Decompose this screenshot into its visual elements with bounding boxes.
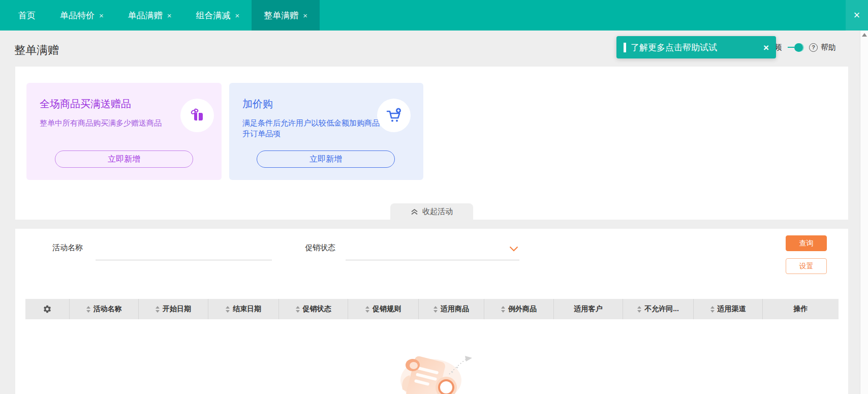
tab-首页[interactable]: 首页 <box>6 0 48 31</box>
sort-arrows-icon[interactable] <box>637 306 641 313</box>
table-header-row: 活动名称开始日期结束日期促销状态促销规则适用商品例外商品适用客户不允许同...适… <box>25 299 839 319</box>
tab-label: 整单满赠 <box>264 10 298 21</box>
tab-label: 单品特价 <box>60 10 95 21</box>
sort-arrows-icon[interactable] <box>365 306 369 313</box>
top-tab-bar: 首页单品特价×单品满赠×组合满减×整单满赠× × <box>0 0 868 31</box>
promo-status-select[interactable] <box>346 241 519 260</box>
tab-单品满赠[interactable]: 单品满赠× <box>116 0 184 31</box>
tab-label: 单品满赠 <box>128 10 163 21</box>
column-label: 适用渠道 <box>718 305 746 314</box>
promo-status-label: 促销状态 <box>305 243 335 253</box>
column-header-结束日期[interactable]: 结束日期 <box>208 299 279 319</box>
tab-close-icon[interactable]: × <box>167 12 172 19</box>
video-toggle-icon[interactable] <box>788 43 803 52</box>
tip-banner: 了解更多点击帮助试试 × <box>616 36 776 58</box>
collapse-activities-tab[interactable]: 收起活动 <box>390 203 473 220</box>
promo-card-desc: 满足条件后允许用户以较低金额加购商品，提升订单品项 <box>242 117 395 139</box>
double-chevron-up-icon <box>411 208 418 215</box>
column-header-settings[interactable] <box>25 299 70 319</box>
sort-arrows-icon[interactable] <box>433 306 438 313</box>
sort-arrows-icon[interactable] <box>86 306 90 313</box>
column-header-例外商品[interactable]: 例外商品 <box>484 299 554 319</box>
tab-close-icon[interactable]: × <box>99 12 104 19</box>
activity-name-input[interactable] <box>96 241 272 260</box>
column-label: 操作 <box>794 305 808 314</box>
column-label: 结束日期 <box>233 305 261 314</box>
gift-icon <box>180 99 214 132</box>
column-header-活动名称[interactable]: 活动名称 <box>70 299 139 319</box>
column-label: 适用商品 <box>441 305 469 314</box>
query-button[interactable]: 查询 <box>786 235 827 251</box>
column-header-适用客户: 适用客户 <box>554 299 623 319</box>
column-label: 例外商品 <box>508 305 537 314</box>
activity-name-label: 活动名称 <box>52 243 83 253</box>
help-label: 帮助 <box>821 43 836 52</box>
scrollbar[interactable] <box>860 31 868 394</box>
promo-panel: 全场商品买满送赠品 整单中所有商品购买满多少赠送商品 立即新增 加价购 满足条件… <box>15 67 848 220</box>
question-mark-icon: ? <box>809 43 818 52</box>
sort-arrows-icon[interactable] <box>710 306 715 313</box>
help-link[interactable]: ? 帮助 <box>809 43 836 52</box>
app-window: 首页单品特价×单品满赠×组合满减×整单满赠× × 整单满赠 视频 ? 帮助 了解… <box>0 0 868 394</box>
empty-state-illustration <box>387 349 477 394</box>
promo-card-title: 加价购 <box>242 97 273 111</box>
sort-arrows-icon[interactable] <box>501 306 505 313</box>
add-add-on-purchase-button[interactable]: 立即新增 <box>257 150 395 168</box>
help-row: 视频 ? 帮助 <box>766 36 836 58</box>
column-header-适用渠道[interactable]: 适用渠道 <box>694 299 763 319</box>
column-header-促销状态[interactable]: 促销状态 <box>279 299 348 319</box>
page-title: 整单满赠 <box>14 43 59 58</box>
tip-accent-bar <box>624 43 626 52</box>
column-label: 促销规则 <box>373 305 401 314</box>
column-label: 开始日期 <box>163 305 191 314</box>
settings-button[interactable]: 设置 <box>786 258 827 274</box>
sort-arrows-icon[interactable] <box>226 306 230 313</box>
column-label: 适用客户 <box>574 305 603 314</box>
promo-card-desc: 整单中所有商品购买满多少赠送商品 <box>40 117 173 128</box>
column-label: 活动名称 <box>94 305 122 314</box>
tab-close-icon[interactable]: × <box>303 12 307 19</box>
promo-card-full-order-gift: 全场商品买满送赠品 整单中所有商品购买满多少赠送商品 立即新增 <box>26 83 222 180</box>
promo-card-add-on-purchase: 加价购 满足条件后允许用户以较低金额加购商品，提升订单品项 立即新增 <box>229 83 423 180</box>
column-header-适用商品[interactable]: 适用商品 <box>419 299 484 319</box>
tab-close-icon[interactable]: × <box>235 12 240 19</box>
tab-label: 首页 <box>18 10 36 21</box>
chevron-down-icon <box>509 246 518 252</box>
collapse-label: 收起活动 <box>422 207 453 217</box>
column-label: 不允许同... <box>644 305 679 314</box>
tab-整单满赠[interactable]: 整单满赠× <box>252 0 320 31</box>
add-full-order-gift-button[interactable]: 立即新增 <box>55 150 193 168</box>
scroll-up-icon[interactable] <box>862 33 867 37</box>
tip-text: 了解更多点击帮助试试 <box>631 42 717 53</box>
cart-plus-icon <box>377 99 411 132</box>
tab-单品特价[interactable]: 单品特价× <box>48 0 116 31</box>
column-label: 促销状态 <box>303 305 331 314</box>
tab-strip: 首页单品特价×单品满赠×组合满减×整单满赠× <box>0 0 320 31</box>
tab-组合满减[interactable]: 组合满减× <box>184 0 252 31</box>
close-all-tabs-icon[interactable]: × <box>846 0 868 31</box>
sort-arrows-icon[interactable] <box>156 306 160 313</box>
gear-icon <box>43 305 52 314</box>
promo-card-title: 全场商品买满送赠品 <box>40 97 131 111</box>
tip-close-icon[interactable]: × <box>763 43 769 52</box>
column-header-不允许同...[interactable]: 不允许同... <box>623 299 694 319</box>
column-header-促销规则[interactable]: 促销规则 <box>348 299 419 319</box>
sort-arrows-icon[interactable] <box>296 306 300 313</box>
tab-label: 组合满减 <box>196 10 231 21</box>
column-header-开始日期[interactable]: 开始日期 <box>139 299 208 319</box>
query-panel: 活动名称 促销状态 查询 设置 活动名称开始日期结束日期促销状态促销规则适用商品… <box>15 229 848 394</box>
column-header-操作: 操作 <box>763 299 839 319</box>
